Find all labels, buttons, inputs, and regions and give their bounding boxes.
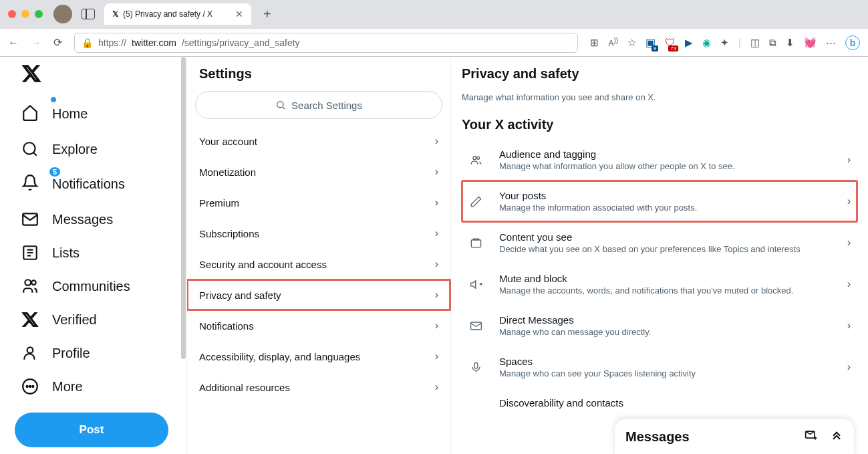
settings-security[interactable]: Security and account access› <box>187 249 450 279</box>
close-tab-icon[interactable]: ✕ <box>235 9 243 19</box>
favorite-icon[interactable]: ☆ <box>627 37 636 49</box>
settings-privacy-safety[interactable]: Privacy and safety› <box>187 279 450 310</box>
url-prefix: https:// <box>98 37 126 48</box>
post-button[interactable]: Post <box>15 413 168 447</box>
chevron-right-icon: › <box>435 320 438 332</box>
browser-chrome: 𝕏 (5) Privacy and safety / X ✕ + ← → ⟳ 🔒… <box>0 0 868 57</box>
browser-tab[interactable]: 𝕏 (5) Privacy and safety / X ✕ <box>104 3 251 25</box>
item-audience-tagging[interactable]: Audience and taggingManage what informat… <box>462 139 857 181</box>
nav-label: Notifications <box>52 177 125 192</box>
nav-label: Lists <box>52 245 80 261</box>
x-logo[interactable] <box>21 64 180 86</box>
people-icon <box>468 154 483 166</box>
item-your-posts[interactable]: Your postsManage the information associa… <box>462 181 857 222</box>
expand-drawer-icon[interactable] <box>830 429 843 445</box>
detail-column: Privacy and safety Manage what informati… <box>451 57 868 454</box>
articles-icon <box>468 237 483 249</box>
messages-drawer-label: Messages <box>625 429 805 445</box>
item-mute-block[interactable]: Mute and blockManage the accounts, words… <box>462 263 857 305</box>
url-toolbar: ← → ⟳ 🔒 https://twitter.com/settings/pri… <box>0 28 868 56</box>
nav-profile[interactable]: Profile <box>15 336 180 370</box>
downloads-icon[interactable]: ⬇ <box>786 37 794 49</box>
nav-label: Verified <box>52 312 97 328</box>
settings-premium[interactable]: Premium› <box>187 187 450 218</box>
split-screen-icon[interactable]: ◫ <box>750 37 760 49</box>
chevron-right-icon: › <box>847 361 851 373</box>
pencil-icon <box>468 195 483 208</box>
nav-communities[interactable]: Communities <box>15 269 180 303</box>
address-bar[interactable]: 🔒 https://twitter.com/settings/privacy_a… <box>74 33 578 53</box>
nav-label: More <box>52 379 83 394</box>
svg-rect-15 <box>474 362 478 368</box>
x-favicon: 𝕏 <box>112 9 119 19</box>
profile-avatar[interactable] <box>53 5 72 23</box>
tab-overview-icon[interactable] <box>82 9 95 19</box>
detail-subheading: Manage what information you see and shar… <box>462 92 857 102</box>
extensions-menu-icon[interactable]: ✦ <box>720 37 729 49</box>
section-heading: Your X activity <box>462 117 857 132</box>
performance-icon[interactable]: 💓 <box>804 37 817 49</box>
nav-verified[interactable]: Verified <box>15 303 180 336</box>
chevron-right-icon: › <box>435 135 438 147</box>
extension-2-icon[interactable]: 🛡73 <box>665 37 676 49</box>
nav-label: Communities <box>52 279 130 294</box>
chevron-right-icon: › <box>435 166 438 178</box>
settings-accessibility[interactable]: Accessibility, display, and languages› <box>187 341 450 372</box>
settings-subscriptions[interactable]: Subscriptions› <box>187 218 450 249</box>
nav-more[interactable]: More <box>15 370 180 403</box>
chevron-right-icon: › <box>847 320 851 332</box>
search-placeholder: Search Settings <box>291 100 362 111</box>
mute-icon <box>468 278 483 291</box>
page-body: Home Explore 5 Notifications Messages Li… <box>0 57 868 454</box>
nav-explore[interactable]: Explore <box>15 132 180 166</box>
minimize-window-icon[interactable] <box>21 10 29 18</box>
traffic-lights <box>8 10 43 18</box>
extension-4-icon[interactable]: ◉ <box>702 37 711 49</box>
svg-point-8 <box>29 386 31 387</box>
svg-point-7 <box>27 386 28 387</box>
toolbar-extensions: ⊞ A)) ☆ ▣9 🛡73 ▶ ◉ ✦ | ◫ ⧉ ⬇ 💓 ⋯ b <box>590 35 860 50</box>
more-menu-icon[interactable]: ⋯ <box>826 37 836 49</box>
settings-column: Settings Search Settings Your account› M… <box>187 57 451 454</box>
settings-additional[interactable]: Additional resources› <box>187 372 450 403</box>
nav-lists[interactable]: Lists <box>15 236 180 269</box>
nav-messages[interactable]: Messages <box>15 203 180 236</box>
item-discoverability[interactable]: Discoverability and contacts <box>462 388 857 418</box>
settings-heading: Settings <box>187 66 450 91</box>
collections-icon[interactable]: ⧉ <box>769 37 776 49</box>
title-bar: 𝕏 (5) Privacy and safety / X ✕ + <box>0 0 868 28</box>
svg-point-0 <box>23 142 35 154</box>
nav-notifications[interactable]: 5 Notifications <box>15 166 180 203</box>
svg-point-3 <box>25 279 31 286</box>
extension-1-icon[interactable]: ▣9 <box>645 36 656 49</box>
forward-button: → <box>31 37 41 49</box>
url-domain: twitter.com <box>132 37 176 48</box>
refresh-button[interactable]: ⟳ <box>53 36 62 49</box>
notifications-badge: 5 <box>49 167 60 177</box>
svg-rect-13 <box>471 239 480 247</box>
back-button[interactable]: ← <box>8 37 19 49</box>
nav-home[interactable]: Home <box>15 96 180 132</box>
bing-icon[interactable]: b <box>845 35 860 50</box>
settings-notifications[interactable]: Notifications› <box>187 310 450 341</box>
lock-icon: 🔒 <box>82 37 93 48</box>
chevron-right-icon: › <box>847 154 851 166</box>
item-direct-messages[interactable]: Direct MessagesManage who can message yo… <box>462 305 857 346</box>
maximize-window-icon[interactable] <box>35 10 43 18</box>
item-spaces[interactable]: SpacesManage who can see your Spaces lis… <box>462 346 857 388</box>
messages-drawer[interactable]: Messages <box>614 419 855 454</box>
new-message-icon[interactable] <box>805 429 818 445</box>
app-icon[interactable]: ⊞ <box>590 37 599 49</box>
chevron-right-icon: › <box>435 258 438 270</box>
left-scrollbar[interactable] <box>180 57 186 454</box>
read-aloud-icon[interactable]: A)) <box>608 37 618 48</box>
extension-3-icon[interactable]: ▶ <box>685 37 693 49</box>
left-nav-rail: Home Explore 5 Notifications Messages Li… <box>0 57 187 454</box>
close-window-icon[interactable] <box>8 10 16 18</box>
search-settings-input[interactable]: Search Settings <box>195 91 442 119</box>
nav-label: Home <box>52 106 88 122</box>
new-tab-button[interactable]: + <box>263 7 271 22</box>
settings-your-account[interactable]: Your account› <box>187 126 450 156</box>
settings-monetization[interactable]: Monetization› <box>187 156 450 187</box>
item-content-you-see[interactable]: Content you seeDecide what you see on X … <box>462 222 857 263</box>
